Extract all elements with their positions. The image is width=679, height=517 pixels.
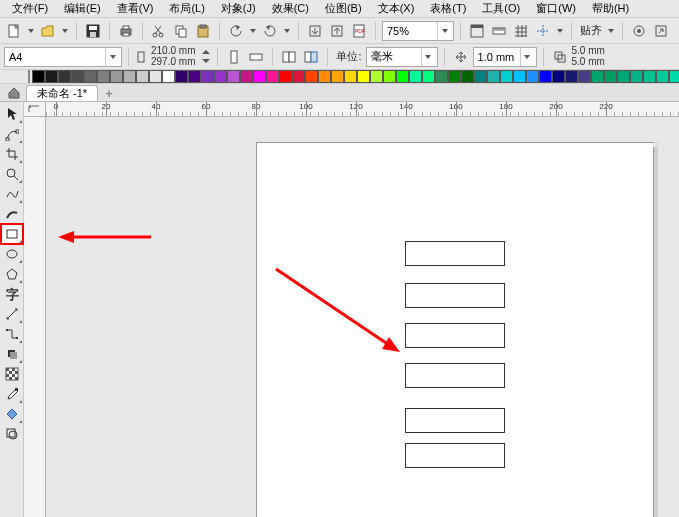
color-swatch[interactable] <box>656 70 669 83</box>
ellipse-tool[interactable] <box>2 245 22 263</box>
color-swatch[interactable] <box>539 70 552 83</box>
color-swatch[interactable] <box>526 70 539 83</box>
save-button[interactable] <box>83 21 103 41</box>
color-swatch[interactable] <box>643 70 656 83</box>
color-swatch[interactable] <box>669 70 679 83</box>
drawn-rectangle[interactable] <box>405 241 505 266</box>
page-size-caret-icon[interactable] <box>105 48 119 66</box>
unit-input[interactable] <box>367 48 421 66</box>
guides-dropdown[interactable] <box>555 21 565 41</box>
color-swatch[interactable] <box>409 70 422 83</box>
fullscreen-button[interactable] <box>467 21 487 41</box>
drawn-rectangle[interactable] <box>405 323 505 348</box>
polygon-tool[interactable] <box>2 265 22 283</box>
color-swatch[interactable] <box>396 70 409 83</box>
undo-button[interactable] <box>226 21 246 41</box>
color-swatch[interactable] <box>552 70 565 83</box>
guides-button[interactable] <box>533 21 553 41</box>
ruler-horizontal[interactable]: 020406080100120140160180200220 <box>46 102 679 117</box>
color-swatch[interactable] <box>344 70 357 83</box>
transparency-tool[interactable] <box>2 365 22 383</box>
color-swatch[interactable] <box>123 70 136 83</box>
nudge-input[interactable] <box>474 48 520 66</box>
drawn-rectangle[interactable] <box>405 283 505 308</box>
color-swatch[interactable] <box>305 70 318 83</box>
color-swatch[interactable] <box>58 70 71 83</box>
add-doc-tab[interactable]: + <box>100 85 118 101</box>
import-button[interactable] <box>305 21 325 41</box>
drawn-rectangle[interactable] <box>405 363 505 388</box>
color-swatch[interactable] <box>32 70 45 83</box>
redo-button[interactable] <box>260 21 280 41</box>
interactive-fill-tool[interactable] <box>2 405 22 423</box>
page-w-spinner[interactable] <box>201 49 211 57</box>
color-swatch[interactable] <box>630 70 643 83</box>
color-swatch[interactable] <box>487 70 500 83</box>
drop-shadow-tool[interactable] <box>2 345 22 363</box>
publish-pdf-button[interactable]: PDF <box>349 21 369 41</box>
menu-object[interactable]: 对象(J) <box>213 0 264 18</box>
menu-bitmap[interactable]: 位图(B) <box>317 0 370 18</box>
color-swatch[interactable] <box>383 70 396 83</box>
new-doc-button[interactable] <box>4 21 24 41</box>
color-swatch[interactable] <box>474 70 487 83</box>
color-swatch[interactable] <box>357 70 370 83</box>
color-swatch[interactable] <box>201 70 214 83</box>
color-swatch[interactable] <box>422 70 435 83</box>
page-size-combo[interactable] <box>4 47 122 67</box>
artistic-media-tool[interactable] <box>2 205 22 223</box>
color-swatch[interactable] <box>604 70 617 83</box>
color-swatch[interactable] <box>448 70 461 83</box>
landscape-button[interactable] <box>246 47 266 67</box>
connector-tool[interactable] <box>2 325 22 343</box>
parallel-dimension-tool[interactable] <box>2 305 22 323</box>
menu-help[interactable]: 帮助(H) <box>584 0 637 18</box>
zoom-combo[interactable] <box>382 21 454 41</box>
unit-combo[interactable] <box>366 47 438 67</box>
color-swatch[interactable] <box>188 70 201 83</box>
pick-tool[interactable] <box>2 105 22 123</box>
color-swatch[interactable] <box>331 70 344 83</box>
drawn-rectangle[interactable] <box>405 443 505 468</box>
color-swatch[interactable] <box>292 70 305 83</box>
document-tab[interactable]: 未命名 -1* <box>26 85 98 101</box>
color-swatch[interactable] <box>500 70 513 83</box>
undo-dropdown[interactable] <box>248 21 258 41</box>
color-swatch[interactable] <box>84 70 97 83</box>
zoom-tool[interactable] <box>2 165 22 183</box>
color-swatch[interactable] <box>279 70 292 83</box>
color-swatch[interactable] <box>435 70 448 83</box>
color-swatch[interactable] <box>227 70 240 83</box>
drawing-area[interactable] <box>46 117 679 517</box>
color-swatch[interactable] <box>149 70 162 83</box>
launcher-button[interactable] <box>651 21 671 41</box>
color-swatch[interactable] <box>591 70 604 83</box>
export-button[interactable] <box>327 21 347 41</box>
zoom-input[interactable] <box>383 22 437 40</box>
paste-button[interactable] <box>193 21 213 41</box>
nudge-combo[interactable] <box>473 47 537 67</box>
grid-button[interactable] <box>511 21 531 41</box>
crop-tool[interactable] <box>2 145 22 163</box>
nudge-caret-icon[interactable] <box>520 48 534 66</box>
current-page-button[interactable] <box>301 47 321 67</box>
smart-fill-tool[interactable] <box>2 425 22 443</box>
color-swatch[interactable] <box>162 70 175 83</box>
color-swatch[interactable] <box>97 70 110 83</box>
color-swatch[interactable] <box>565 70 578 83</box>
menu-file[interactable]: 文件(F) <box>4 0 56 18</box>
menu-text[interactable]: 文本(X) <box>370 0 423 18</box>
menu-window[interactable]: 窗口(W) <box>528 0 584 18</box>
options-button[interactable] <box>629 21 649 41</box>
page-h-spinner[interactable] <box>201 57 211 65</box>
menu-tools[interactable]: 工具(O) <box>474 0 528 18</box>
redo-dropdown[interactable] <box>282 21 292 41</box>
cut-button[interactable] <box>149 21 169 41</box>
color-swatch[interactable] <box>45 70 58 83</box>
menu-edit[interactable]: 编辑(E) <box>56 0 109 18</box>
page-size-input[interactable] <box>5 48 105 66</box>
color-swatch[interactable] <box>71 70 84 83</box>
eyedropper-tool[interactable] <box>2 385 22 403</box>
copy-button[interactable] <box>171 21 191 41</box>
no-color-swatch[interactable] <box>28 70 30 83</box>
